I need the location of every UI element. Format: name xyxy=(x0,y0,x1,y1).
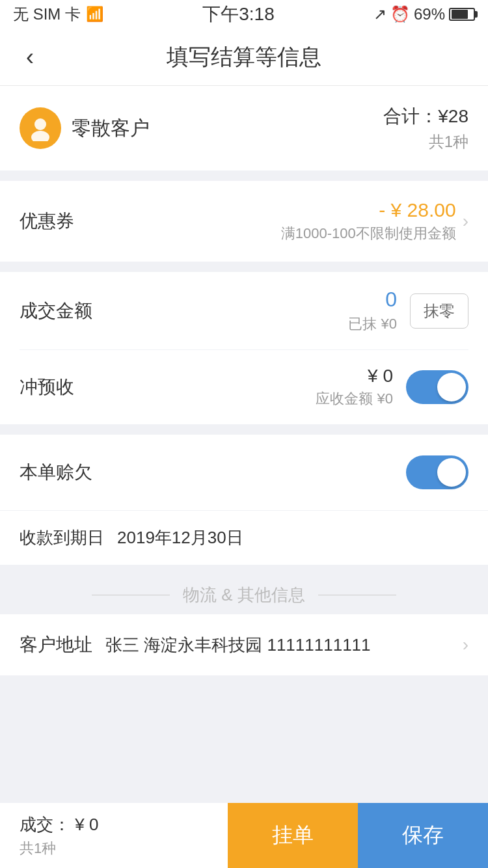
bottom-actions: 挂单 保存 xyxy=(228,803,488,868)
address-chevron-icon: › xyxy=(463,634,468,655)
total-count: 共1种 xyxy=(383,131,468,152)
customer-right: 合计：¥28 共1种 xyxy=(383,104,468,152)
alarm-icon: ⏰ xyxy=(390,5,410,23)
amount-section: 成交金额 0 已抹 ¥0 抹零 冲预收 ¥ 0 应收金额 ¥0 xyxy=(0,272,488,424)
transaction-value: 0 xyxy=(348,288,397,312)
prepay-receivable: 应收金额 ¥0 xyxy=(316,389,393,409)
prepay-right: ¥ 0 应收金额 ¥0 xyxy=(316,366,468,409)
customer-row: 零散客户 合计：¥28 共1种 xyxy=(0,86,488,170)
coupon-right: - ¥ 28.00 满1000-100不限制使用金额 › xyxy=(281,199,468,243)
toggle-knob xyxy=(437,373,466,401)
bottom-bar: 成交： ¥ 0 共1种 挂单 保存 xyxy=(0,803,488,868)
total-amount: 合计：¥28 xyxy=(383,104,468,129)
bottom-count: 共1种 xyxy=(20,839,208,858)
no-sim-text: 无 SIM 卡 xyxy=(13,4,81,25)
address-row[interactable]: 客户地址 张三 海淀永丰科技园 11111111111 › xyxy=(0,614,488,675)
prepay-row: 冲预收 ¥ 0 应收金额 ¥0 xyxy=(0,350,488,424)
address-label: 客户地址 xyxy=(20,632,92,657)
prepay-toggle[interactable] xyxy=(406,370,468,404)
nav-bar: ‹ 填写结算等信息 xyxy=(0,29,488,86)
coupon-desc: 满1000-100不限制使用金额 xyxy=(281,224,456,243)
debt-toggle-knob xyxy=(437,458,466,487)
hang-button[interactable]: 挂单 xyxy=(228,803,358,868)
transaction-value-area: 0 已抹 ¥0 xyxy=(348,288,397,334)
address-value: 张三 海淀永丰科技园 11111111111 xyxy=(105,634,463,657)
page-title: 填写结算等信息 xyxy=(167,42,321,72)
save-button[interactable]: 保存 xyxy=(358,803,488,868)
svg-point-1 xyxy=(31,131,49,141)
logistics-text: 物流 & 其他信息 xyxy=(92,584,396,606)
due-date-value: 2019年12月30日 xyxy=(117,526,243,549)
address-section: 客户地址 张三 海淀永丰科技园 11111111111 › xyxy=(0,614,488,675)
round-button[interactable]: 抹零 xyxy=(410,293,468,329)
bottom-summary: 成交： ¥ 0 共1种 xyxy=(0,813,228,858)
transaction-right: 0 已抹 ¥0 抹零 xyxy=(348,288,468,334)
customer-name: 零散客户 xyxy=(72,115,150,142)
due-date-row: 收款到期日 2019年12月30日 xyxy=(0,510,488,565)
coupon-row[interactable]: 优惠券 - ¥ 28.00 满1000-100不限制使用金额 › xyxy=(0,181,488,262)
debt-row: 本单赊欠 xyxy=(0,435,488,510)
transaction-row: 成交金额 0 已抹 ¥0 抹零 xyxy=(0,272,488,349)
coupon-label: 优惠券 xyxy=(20,209,74,234)
svg-point-0 xyxy=(34,118,46,130)
debt-toggle[interactable] xyxy=(406,455,468,489)
due-date-label: 收款到期日 xyxy=(20,526,104,549)
prepay-label: 冲预收 xyxy=(20,375,74,400)
status-left: 无 SIM 卡 📶 xyxy=(13,4,103,25)
prepay-amounts: ¥ 0 应收金额 ¥0 xyxy=(316,366,393,409)
coupon-info: - ¥ 28.00 满1000-100不限制使用金额 xyxy=(281,199,456,243)
battery-icon xyxy=(449,8,475,21)
avatar xyxy=(20,107,61,149)
debt-section: 本单赊欠 收款到期日 2019年12月30日 xyxy=(0,435,488,565)
empty-space xyxy=(0,686,488,816)
status-right: ↗ ⏰ 69% xyxy=(373,5,475,23)
already-rounded: 已抹 ¥0 xyxy=(348,314,397,334)
location-icon: ↗ xyxy=(373,5,386,23)
status-time: 下午3:18 xyxy=(202,2,275,27)
back-button[interactable]: ‹ xyxy=(20,37,40,77)
coupon-amount: - ¥ 28.00 xyxy=(281,199,456,221)
debt-label: 本单赊欠 xyxy=(20,460,92,485)
customer-section: 零散客户 合计：¥28 共1种 xyxy=(0,86,488,170)
chevron-right-icon: › xyxy=(463,211,468,232)
battery-percent: 69% xyxy=(414,5,445,23)
main-content: 零散客户 合计：¥28 共1种 优惠券 - ¥ 28.00 满1000-100不… xyxy=(0,86,488,816)
logistics-divider: 物流 & 其他信息 xyxy=(0,575,488,614)
wifi-icon: 📶 xyxy=(86,6,103,23)
coupon-section: 优惠券 - ¥ 28.00 满1000-100不限制使用金额 › xyxy=(0,181,488,262)
user-icon xyxy=(27,115,53,141)
customer-left: 零散客户 xyxy=(20,107,150,149)
bottom-deal: 成交： ¥ 0 xyxy=(20,813,208,836)
prepay-amount: ¥ 0 xyxy=(316,366,393,387)
transaction-label: 成交金额 xyxy=(20,299,92,323)
status-bar: 无 SIM 卡 📶 下午3:18 ↗ ⏰ 69% xyxy=(0,0,488,29)
